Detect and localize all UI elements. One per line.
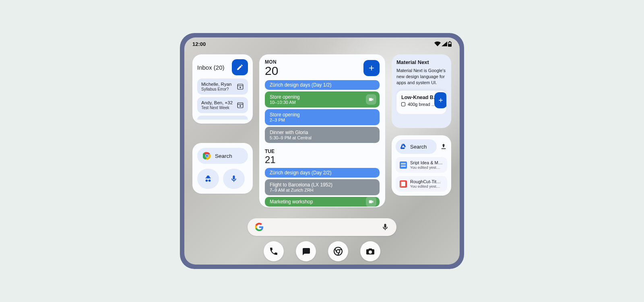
file-name: RoughCut-Tit… — [410, 179, 441, 184]
checkbox-icon[interactable] — [401, 102, 405, 106]
chrome-search-pill[interactable]: Search — [197, 148, 248, 164]
calendar-day: 21 — [265, 154, 380, 165]
chrome-search-label: Search — [215, 153, 232, 159]
docs-icon — [400, 161, 407, 169]
checklist-label: 400g bread … — [408, 102, 436, 107]
calendar-add-icon — [237, 101, 244, 109]
phone-app[interactable] — [264, 241, 284, 261]
chat-icon — [301, 246, 311, 256]
incognito-icon — [204, 174, 213, 183]
keep-widget[interactable]: Material Next Material Next is Google's … — [392, 54, 451, 128]
dock — [264, 241, 380, 261]
video-icon — [368, 199, 374, 205]
drive-file-item[interactable]: RoughCut-Tit… You edited yest… — [396, 176, 447, 192]
calendar-widget[interactable]: MON 20 Zürich design days (Day 1/2) Stor… — [259, 54, 385, 207]
file-subtitle: You edited yest… — [410, 184, 441, 188]
chrome-icon — [333, 246, 343, 256]
keep-note-item[interactable]: Low-Knead B… 400g bread … — [396, 91, 446, 114]
incognito-button[interactable] — [197, 169, 219, 189]
event-title: Marketing workshop — [270, 199, 375, 205]
drive-icon — [400, 143, 407, 150]
video-icon — [368, 97, 374, 102]
camera-icon — [365, 246, 375, 256]
compose-button[interactable] — [232, 59, 248, 75]
event-title: Store opening — [270, 112, 375, 118]
drive-file-item[interactable]: Sript Idea & M… You edited yest… — [396, 157, 447, 173]
event-title: Zürich design days (Day 2/2) — [270, 170, 375, 176]
camera-app[interactable] — [360, 241, 380, 261]
drive-search-label: Search — [410, 144, 427, 150]
calendar-event[interactable]: Store opening 10–10:30 AM — [265, 91, 380, 108]
drive-search-pill[interactable]: Search — [396, 139, 437, 154]
event-title: Store opening — [270, 94, 375, 100]
drive-widget[interactable]: Search Sript Idea & M… You edited yest… — [392, 135, 451, 196]
calendar-event[interactable]: Marketing workshop — [265, 197, 380, 207]
google-search-bar[interactable] — [248, 218, 396, 236]
status-icons — [434, 41, 452, 47]
note-body: Material Next is Google's new design lan… — [396, 68, 446, 86]
chrome-icon — [203, 152, 211, 160]
event-detail: 5:30–9 PM at Central — [270, 135, 375, 140]
calendar-dow: TUE — [265, 149, 380, 154]
email-item-peek — [197, 116, 248, 120]
plus-icon — [367, 64, 376, 72]
signal-icon — [442, 41, 447, 46]
chrome-widget[interactable]: Search — [192, 143, 253, 194]
calendar-event[interactable]: Zürich design days (Day 2/2) — [265, 168, 380, 178]
keep-add-button[interactable] — [434, 92, 446, 108]
google-g-icon — [255, 223, 264, 232]
email-from: Michelle, Ryan — [201, 82, 231, 87]
voice-search-button[interactable] — [223, 169, 245, 189]
email-item[interactable]: Andy, Ben, +32 Test Next Week — [197, 97, 248, 113]
calendar-add-button[interactable] — [363, 60, 380, 76]
email-item[interactable]: Michelle, Ryan Syllabus Error? — [197, 79, 248, 95]
video-file-icon — [400, 180, 407, 188]
email-subject: Syllabus Error? — [201, 87, 231, 91]
phone-icon — [269, 246, 279, 256]
calendar-event[interactable]: Flight to Barcelona (LX 1952) 7–9 AM at … — [265, 179, 380, 195]
svg-rect-1 — [449, 41, 450, 42]
event-detail: 10–10:30 AM — [270, 100, 375, 105]
event-title: Flight to Barcelona (LX 1952) — [270, 182, 375, 188]
chrome-app[interactable] — [328, 241, 348, 261]
mic-icon — [230, 175, 238, 183]
email-subject: Test Next Week — [201, 105, 233, 110]
event-detail: 7–9 AM at Zurich ZRH — [270, 188, 375, 192]
video-call-button[interactable] — [366, 94, 376, 105]
svg-point-13 — [206, 155, 208, 157]
inbox-title: Inbox (20) — [197, 64, 225, 71]
note-title: Material Next — [396, 59, 446, 65]
email-from: Andy, Ben, +32 — [201, 100, 233, 105]
event-title: Zürich design days (Day 1/2) — [270, 82, 375, 88]
home-screen[interactable]: 12:00 Inbox (20) — [184, 37, 460, 265]
messages-app[interactable] — [296, 241, 316, 261]
plus-icon — [438, 97, 444, 103]
battery-icon — [448, 41, 452, 47]
clock: 12:00 — [192, 41, 206, 47]
wifi-icon — [434, 41, 441, 46]
video-call-button[interactable] — [366, 197, 376, 207]
file-subtitle: You edited yest… — [410, 165, 443, 170]
svg-rect-2 — [448, 42, 451, 44]
status-bar: 12:00 — [184, 37, 460, 50]
file-name: Sript Idea & M… — [410, 160, 443, 165]
calendar-event[interactable]: Dinner with Gloria 5:30–9 PM at Central — [265, 127, 380, 143]
calendar-add-icon — [237, 83, 244, 90]
mic-icon[interactable] — [381, 223, 389, 231]
tablet-frame: 12:00 Inbox (20) — [180, 33, 464, 269]
calendar-day: 20 — [265, 65, 278, 77]
event-detail: 2–3 PM — [270, 118, 375, 122]
event-title: Dinner with Gloria — [270, 130, 375, 135]
calendar-event[interactable]: Store opening 2–3 PM — [265, 109, 380, 125]
pencil-icon — [236, 64, 244, 71]
gmail-widget[interactable]: Inbox (20) Michelle, Ryan Syllabus Error… — [192, 54, 253, 124]
upload-icon[interactable] — [440, 143, 447, 150]
calendar-event[interactable]: Zürich design days (Day 1/2) — [265, 80, 380, 90]
